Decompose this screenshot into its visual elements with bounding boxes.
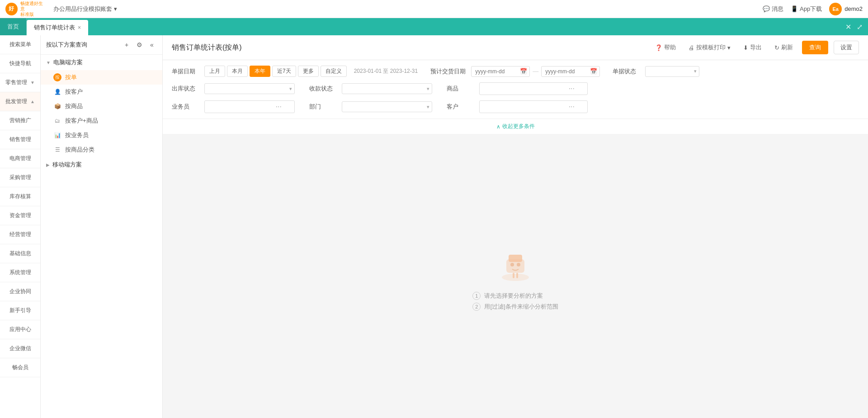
add-scheme-button[interactable]: + [122,40,132,50]
chevron-down-icon: ▾ [114,5,117,12]
download-icon: 📱 [791,5,798,12]
export-button[interactable]: ⬇ 导出 [740,42,765,53]
user-name[interactable]: demo2 [844,5,863,12]
chevron-down-icon: ▼ [30,80,35,85]
left-panel-title: 按以下方案查询 [46,41,118,49]
tab-close-all-icon[interactable]: ✕ [845,23,851,31]
tab-maximize-icon[interactable]: ⤢ [857,23,863,31]
salesman-label: 业务员 [172,103,199,111]
scheme-group-desktop-header[interactable]: ▼ 电脑端方案 [41,55,162,70]
tab-sales-stats[interactable]: 销售订单统计表 × [27,20,88,35]
sidebar-item-sales[interactable]: 销售管理 [0,130,40,149]
logo-text: 畅捷通好生意 标准版 [20,1,46,17]
message-button[interactable]: 💬 消息 [763,5,783,13]
scheme-item-by-customer-goods[interactable]: 🗂 按客户+商品 [41,114,162,128]
customer-ellipsis[interactable]: ··· [567,103,576,111]
ship-status-select[interactable] [204,83,295,94]
app-selector[interactable]: 办公用品行业模拟账套 ▾ [50,3,121,15]
sidebar-search[interactable]: 搜索菜单 [0,35,40,54]
payment-status-select[interactable] [342,83,432,94]
sidebar-item-newbie[interactable]: 新手引导 [0,301,40,320]
collapse-bar[interactable]: ∧ 收起更多条件 [163,119,868,134]
dept-select[interactable] [342,101,432,112]
salesman-ellipsis[interactable]: ··· [274,103,283,111]
sidebar-item-finance[interactable]: 资金管理 [0,206,40,225]
doc-status-label: 单据状态 [613,67,640,76]
dept-select-wrapper [342,101,432,112]
page-title: 销售订单统计表(按单) [172,43,242,58]
scheme-item-by-order[interactable]: 按 按单 [41,70,162,85]
page-header: 销售订单统计表(按单) ❓ 帮助 🖨 按模板打印 ▾ ⬇ 导出 [163,35,868,60]
tab-close-icon[interactable]: × [78,24,81,31]
empty-illustration [493,241,538,286]
settings-button[interactable]: 设置 [834,41,859,54]
query-button[interactable]: 查询 [802,41,828,54]
collapse-panel-button[interactable]: « [147,40,157,50]
sidebar-item-purchase[interactable]: 采购管理 [0,168,40,187]
logo-area: 好 畅捷通好生意 标准版 [5,1,46,17]
scheme-group-desktop: ▼ 电脑端方案 按 按单 👤 按客户 📦 按商品 [41,55,162,157]
help-button[interactable]: ❓ 帮助 [651,42,679,53]
date-btn-custom[interactable]: 自定义 [321,66,347,77]
top-bar: 好 畅捷通好生意 标准版 办公用品行业模拟账套 ▾ 💬 消息 📱 App下载 E… [0,0,868,18]
sidebar-item-wholesale[interactable]: 批发管理 ▲ [0,92,40,111]
left-panel-icons: + ⚙ « [122,40,157,50]
date-btn-this-month[interactable]: 本月 [227,66,248,77]
sidebar-item-operations[interactable]: 经营管理 [0,225,40,244]
sidebar-item-system[interactable]: 系统管理 [0,263,40,282]
empty-tip-2: 2 用[过滤]条件来缩小分析范围 [472,303,558,311]
scheme-icon-category: ☰ [53,146,61,154]
svg-rect-6 [516,273,518,278]
export-icon: ⬇ [743,44,748,51]
date-btn-more[interactable]: 更多 [298,66,319,77]
payment-status-select-wrapper [342,83,432,94]
tip-num-2: 2 [472,303,481,311]
expected-date-end-wrapper: 📅 [541,66,600,77]
settings-scheme-button[interactable]: ⚙ [134,40,144,50]
scheme-item-by-salesman[interactable]: 📊 按业务员 [41,128,162,142]
svg-rect-5 [513,273,514,278]
scheme-item-by-customer[interactable]: 👤 按客户 [41,85,162,99]
customer-input[interactable]: ··· [479,100,588,113]
date-btn-this-year[interactable]: 本年 [250,66,270,77]
sidebar-item-collab[interactable]: 企业协同 [0,282,40,301]
date-btn-last-month[interactable]: 上月 [204,66,225,77]
goods-input[interactable]: ··· [479,82,588,95]
goods-ellipsis[interactable]: ··· [567,85,576,93]
sidebar-item-marketing[interactable]: 营销推广 [0,111,40,130]
tip-num-1: 1 [472,292,481,300]
date-button-group: 上月 本月 本年 近7天 更多 自定义 [204,66,347,77]
empty-tips: 1 请先选择要分析的方案 2 用[过滤]条件来缩小分析范围 [472,292,558,311]
customer-label: 客户 [447,103,474,111]
scheme-item-by-category[interactable]: ☰ 按商品分类 [41,142,162,157]
print-button[interactable]: 🖨 按模板打印 ▾ [685,42,734,53]
doc-status-select[interactable] [645,66,699,77]
sidebar-item-appcenter[interactable]: 应用中心 [0,320,40,339]
refresh-button[interactable]: ↻ 刷新 [771,42,797,53]
scheme-icon-salesman: 📊 [53,131,61,139]
sidebar-item-retail[interactable]: 零售管理 ▼ [0,73,40,92]
sidebar-item-basic[interactable]: 基础信息 [0,244,40,263]
app-download-button[interactable]: 📱 App下载 [791,5,822,13]
sidebar-item-ecommerce[interactable]: 电商管理 [0,149,40,168]
date-label: 单据日期 [172,67,199,76]
chevron-down-icon: ▼ [46,60,51,65]
left-panel-header: 按以下方案查询 + ⚙ « [41,35,162,55]
sidebar-item-member[interactable]: 畅会员 [0,358,40,377]
payment-status-label: 收款状态 [309,85,336,93]
tab-home[interactable]: 首页 [0,18,27,35]
filter-row-2: 出库状态 收款状态 商品 ··· [172,82,859,95]
sidebar-quick-nav[interactable]: 快捷导航 [0,54,40,73]
salesman-input[interactable]: ··· [204,100,295,113]
sidebar-item-inventory[interactable]: 库存核算 [0,187,40,206]
sidebar-item-wechat[interactable]: 企业微信 [0,339,40,358]
date-btn-last7days[interactable]: 近7天 [272,66,296,77]
help-icon: ❓ [655,44,662,51]
collapse-icon: ∧ [496,124,500,130]
ship-status-select-wrapper [204,83,295,94]
user-area[interactable]: Ea demo2 [829,3,863,15]
scheme-group-mobile-header[interactable]: ▶ 移动端方案 [41,157,162,172]
scheme-item-by-goods[interactable]: 📦 按商品 [41,99,162,114]
filter-row-3: 业务员 ··· 部门 客户 ··· [172,100,859,113]
scheme-list: ▼ 电脑端方案 按 按单 👤 按客户 📦 按商品 [41,55,162,418]
